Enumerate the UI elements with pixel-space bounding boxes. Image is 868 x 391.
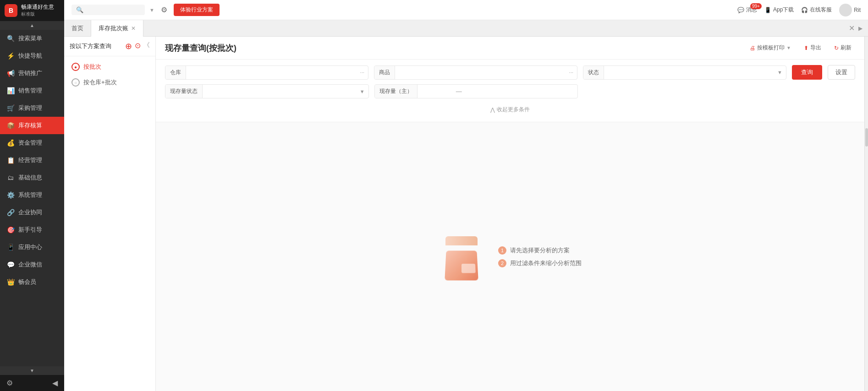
scheme-list: ● 按批次 ○ 按仓库+批次	[64, 56, 155, 93]
stock-qty-label: 现存量（主）	[375, 85, 418, 98]
collapse-panel-icon[interactable]: 《	[143, 41, 150, 51]
sidebar-footer: ⚙ ◀	[0, 375, 64, 391]
product-more-btn[interactable]: ···	[566, 67, 577, 78]
box-face	[461, 264, 476, 273]
sidebar-item-system[interactable]: ⚙️ 系统管理	[0, 186, 64, 204]
sidebar-scroll-down[interactable]: ▼	[0, 366, 64, 375]
stock-status-dropdown-icon[interactable]: ▼	[356, 86, 368, 97]
sidebar-item-marketing[interactable]: 📢 营销推广	[0, 65, 64, 82]
topbar-search-area[interactable]: 🔍	[71, 5, 145, 15]
phone-download-icon: 📱	[764, 7, 771, 13]
target-icon: 🎯	[6, 226, 15, 234]
sidebar-item-inventory[interactable]: 📦 库存核算	[0, 117, 64, 134]
query-btn[interactable]: 查询	[792, 65, 822, 80]
topbar: 🔍 ▼ ⚙ 体验行业方案 💬 消息 99+ 📱 App下载 🎧 在线客服 Rit	[64, 0, 868, 20]
right-scrollbar[interactable]	[864, 37, 868, 391]
empty-tips: 1 请先选择要分析的方案 2 用过滤条件来缩小分析范围	[498, 246, 582, 267]
stock-qty-max-input[interactable]	[464, 86, 500, 98]
status-field: 状态 ▼	[583, 65, 786, 80]
tip-num-2: 2	[498, 259, 506, 267]
box-icon: 📦	[6, 121, 15, 130]
sidebar-nav: 🔍 搜索菜单 ⚡ 快捷导航 📢 营销推广 📊 销售管理 🛒 采购管理 📦 库存核…	[0, 30, 64, 366]
scheme-active-icon: ●	[71, 63, 80, 71]
message-icon: 💬	[737, 7, 744, 13]
settings-btn[interactable]: 设置	[828, 65, 855, 80]
sidebar-item-basic[interactable]: 🗂 基础信息	[0, 169, 64, 186]
status-dropdown-icon[interactable]: ▼	[774, 67, 786, 78]
tab-home[interactable]: 首页	[64, 20, 91, 37]
topbar-settings-icon[interactable]: ⚙	[159, 4, 169, 16]
sidebar: B 畅康通好生意 标准版 ▲ 🔍 搜索菜单 ⚡ 快捷导航 📢 营销推广 📊 销售…	[0, 0, 64, 391]
app-download-btn[interactable]: 📱 App下载	[764, 6, 794, 14]
money-icon: 💰	[6, 139, 15, 147]
export-icon: ⬆	[804, 45, 808, 51]
sidebar-item-purchase[interactable]: 🛒 采购管理	[0, 99, 64, 117]
warehouse-more-btn[interactable]: ···	[357, 67, 368, 78]
collapse-conditions-btn[interactable]: ⋀ 收起更多条件	[165, 103, 855, 116]
sidebar-item-operations[interactable]: 📋 经营管理	[0, 152, 64, 169]
scheme-settings-icon[interactable]: ⊙	[135, 41, 141, 51]
tab-batch-account[interactable]: 库存批次账 ✕	[91, 20, 143, 37]
export-btn[interactable]: ⬆ 导出	[800, 42, 825, 54]
sidebar-item-enterprise[interactable]: 🔗 企业协同	[0, 204, 64, 221]
collapse-sidebar-icon[interactable]: ◀	[52, 379, 58, 387]
refresh-btn[interactable]: ↻ 刷新	[830, 42, 855, 54]
add-scheme-icon[interactable]: ⊕	[125, 41, 132, 51]
left-panel-actions: ⊕ ⊙ 《	[125, 41, 150, 51]
sidebar-item-wechat[interactable]: 💬 企业微信	[0, 256, 64, 273]
topbar-search-input[interactable]	[86, 7, 132, 13]
tip-2: 2 用过滤条件来缩小分析范围	[498, 259, 582, 267]
left-panel: 按以下方案查询 ⊕ ⊙ 《 ● 按批次 ○ 按仓库+批次	[64, 37, 156, 391]
clipboard-icon: 📋	[6, 156, 15, 164]
sidebar-item-newbie[interactable]: 🎯 新手引导	[0, 221, 64, 239]
topbar-actions: 💬 消息 99+ 📱 App下载 🎧 在线客服 Rit	[737, 4, 861, 16]
sidebar-item-shortcut[interactable]: ⚡ 快捷导航	[0, 47, 64, 65]
sidebar-logo: B	[5, 4, 17, 17]
panel-close-icon[interactable]: ✕	[849, 24, 855, 33]
left-panel-header: 按以下方案查询 ⊕ ⊙ 《	[64, 37, 155, 56]
headset-icon: 🎧	[801, 7, 808, 13]
print-icon: 🖨	[750, 45, 755, 51]
topbar-search-icon: 🔍	[76, 6, 83, 13]
sidebar-scroll-up[interactable]: ▲	[0, 21, 64, 30]
sidebar-item-finance[interactable]: 💰 资金管理	[0, 134, 64, 152]
scrollbar-thumb	[865, 128, 868, 147]
product-label: 商品	[374, 66, 395, 79]
settings-icon[interactable]: ⚙	[6, 379, 13, 387]
tab-close-icon[interactable]: ✕	[131, 25, 136, 32]
refresh-icon: ↻	[834, 45, 839, 51]
panel-expand-icon[interactable]: ▶	[858, 25, 863, 32]
trial-btn[interactable]: 体验行业方案	[174, 4, 220, 16]
user-avatar-btn[interactable]: Rit	[839, 4, 861, 16]
cart-icon: 🛒	[6, 104, 15, 112]
link-icon: 🔗	[6, 208, 15, 217]
sidebar-item-member[interactable]: 👑 畅会员	[0, 273, 64, 291]
sidebar-item-appstore[interactable]: 📱 应用中心	[0, 239, 64, 256]
status-label: 状态	[583, 66, 604, 79]
sidebar-item-sales[interactable]: 📊 销售管理	[0, 82, 64, 99]
sidebar-item-search[interactable]: 🔍 搜索菜单	[0, 30, 64, 47]
search-icon: 🔍	[6, 34, 15, 43]
online-service-btn[interactable]: 🎧 在线客服	[801, 6, 832, 14]
message-badge: 99+	[750, 3, 762, 9]
dropdown-chevron-icon[interactable]: ▼	[149, 7, 154, 13]
stock-qty-min-input[interactable]	[418, 86, 454, 98]
print-template-btn[interactable]: 🖨 按模板打印 ▼	[746, 42, 795, 54]
scheme-item-by-batch[interactable]: ● 按批次	[64, 59, 155, 75]
warehouse-input[interactable]	[186, 66, 357, 78]
right-panel: 现存量查询(按批次) 🖨 按模板打印 ▼ ⬆ 导出 ↻ 刷新	[156, 37, 864, 391]
avatar	[839, 4, 852, 16]
scheme-item-by-warehouse-batch[interactable]: ○ 按仓库+批次	[64, 75, 155, 90]
box-top	[445, 236, 478, 245]
crown-icon: 👑	[6, 278, 15, 286]
status-value	[604, 70, 774, 75]
empty-illustration	[439, 234, 484, 280]
warehouse-label: 仓库	[165, 66, 186, 79]
product-field: 商品 ···	[374, 65, 577, 80]
megaphone-icon: 📢	[6, 69, 15, 77]
message-btn[interactable]: 💬 消息 99+	[737, 6, 757, 14]
empty-state: 1 请先选择要分析的方案 2 用过滤条件来缩小分析范围	[156, 122, 864, 391]
print-dropdown-icon[interactable]: ▼	[786, 45, 791, 50]
filter-row-2: 现存量状态 ▼ 现存量（主） —	[165, 84, 855, 98]
product-input[interactable]	[395, 66, 566, 78]
